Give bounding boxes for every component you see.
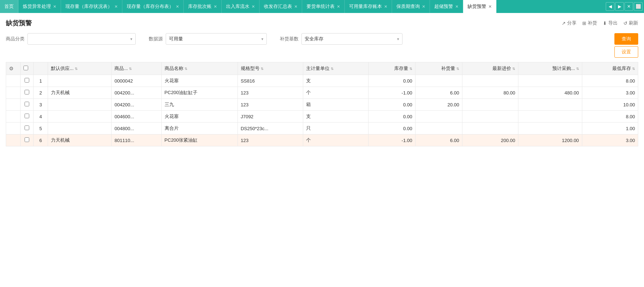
cell-checkbox[interactable]: [21, 134, 34, 146]
cell-stock: -1.00: [368, 87, 415, 99]
tab-stock-dist[interactable]: 现存量（库存分布表） ✕: [122, 0, 184, 13]
refresh-button[interactable]: ↺ 刷新: [623, 20, 638, 26]
tab-order-stat[interactable]: 要货单统计表 ✕: [302, 0, 345, 13]
row-checkbox[interactable]: [25, 78, 29, 83]
row-checkbox[interactable]: [25, 114, 29, 118]
close-icon[interactable]: ✕: [488, 4, 492, 9]
sort-icon: ⇅: [331, 67, 334, 71]
th-latest-price[interactable]: 最新进价 ⇅: [462, 62, 518, 75]
th-settings[interactable]: ⚙: [6, 62, 21, 75]
close-icon[interactable]: ✕: [337, 4, 340, 9]
cell-min-stock: 1.00: [582, 123, 638, 134]
tab-overstock[interactable]: 超储预警 ✕: [430, 0, 463, 13]
query-button[interactable]: 查询: [614, 33, 638, 45]
cell-stock: -1.00: [368, 134, 415, 146]
close-icon[interactable]: ✕: [455, 4, 458, 9]
tab-flow[interactable]: 出入库流水 ✕: [222, 0, 260, 13]
tab-shortage[interactable]: 缺货预警 ✕: [463, 0, 496, 13]
th-supplier[interactable]: 默认供应... ⇅: [48, 62, 112, 75]
close-icon[interactable]: ✕: [422, 4, 425, 9]
refresh-icon: ↺: [623, 21, 627, 26]
sort-code[interactable]: 商品... ⇅: [114, 65, 132, 72]
sort-replenish[interactable]: 补货量 ⇅: [441, 65, 459, 72]
cell-settings: [6, 75, 21, 87]
cell-unit: 个: [303, 87, 369, 99]
tab-batch[interactable]: 库存批次账 ✕: [184, 0, 222, 13]
replenish-button[interactable]: ⊞ 补货: [582, 20, 597, 26]
cell-unit: 个: [303, 134, 369, 146]
cell-checkbox[interactable]: [21, 111, 34, 123]
sort-planned-purchase[interactable]: 预计采购... ⇅: [552, 65, 579, 72]
sort-unit[interactable]: 主计量单位 ⇅: [306, 65, 334, 72]
sort-latest-price[interactable]: 最新进价 ⇅: [492, 65, 515, 72]
tab-close-button[interactable]: ✕: [625, 2, 633, 11]
sort-spec[interactable]: 规格型号 ⇅: [241, 65, 264, 72]
th-checkbox[interactable]: [21, 62, 34, 75]
row-checkbox[interactable]: [25, 102, 29, 106]
tab-receive[interactable]: 收发存汇总表 ✕: [260, 0, 302, 13]
sort-name[interactable]: 商品名称 ⇅: [165, 65, 187, 72]
th-code[interactable]: 商品... ⇅: [112, 62, 161, 75]
close-icon[interactable]: ✕: [294, 4, 297, 9]
category-select[interactable]: ▾: [27, 33, 136, 45]
close-icon[interactable]: ✕: [384, 4, 387, 9]
th-unit[interactable]: 主计量单位 ⇅: [303, 62, 369, 75]
datasource-filter: 数据源 可用量 ▾: [149, 33, 267, 45]
row-checkbox[interactable]: [25, 125, 29, 130]
close-icon[interactable]: ✕: [53, 4, 56, 9]
cell-settings: [6, 87, 21, 99]
tab-expiry[interactable]: 保质期查询 ✕: [392, 0, 430, 13]
cell-planned-purchase: [518, 75, 582, 87]
th-stock[interactable]: 库存量 ⇅: [368, 62, 415, 75]
cell-checkbox[interactable]: [21, 123, 34, 134]
cell-latest-price: [462, 75, 518, 87]
cell-planned-purchase: [518, 123, 582, 134]
export-button[interactable]: ⬇ 导出: [603, 20, 618, 26]
tab-abnormal[interactable]: 炼货异常处理 ✕: [18, 0, 61, 13]
cell-checkbox[interactable]: [21, 99, 34, 111]
settings-icon[interactable]: ⚙: [9, 66, 14, 71]
row-checkbox[interactable]: [25, 90, 29, 94]
cell-spec: 123: [238, 99, 303, 111]
cell-stock: 0.00: [368, 123, 415, 134]
cell-name: 火花塞: [161, 75, 238, 87]
cell-spec: J7092: [238, 111, 303, 123]
tab-available[interactable]: 可用量库存账本 ✕: [345, 0, 392, 13]
tab-prev-button[interactable]: ◀: [606, 2, 614, 11]
replenish-basis-select[interactable]: 安全库存 ▾: [301, 33, 402, 45]
cell-min-stock: 3.00: [582, 87, 638, 99]
cell-num: 5: [34, 123, 48, 134]
share-button[interactable]: ↗ 分享: [562, 20, 576, 26]
cell-min-stock: 8.00: [582, 75, 638, 87]
sort-stock[interactable]: 库存量 ⇅: [394, 65, 412, 72]
tab-home[interactable]: 首页: [0, 0, 18, 13]
select-all-checkbox[interactable]: [23, 66, 28, 70]
page-content: 缺货预警 ↗ 分享 ⊞ 补货 ⬇ 导出 ↺ 刷新 商品分类: [0, 13, 644, 287]
cell-checkbox[interactable]: [21, 87, 34, 99]
row-checkbox[interactable]: [25, 137, 29, 142]
tab-maximize-button[interactable]: ⬜: [634, 2, 643, 11]
cell-stock: 0.00: [368, 75, 415, 87]
header-actions: ↗ 分享 ⊞ 补货 ⬇ 导出 ↺ 刷新: [562, 20, 638, 26]
filter-buttons: 查询 设置: [614, 33, 638, 58]
close-icon[interactable]: ✕: [214, 4, 217, 9]
datasource-select[interactable]: 可用量 ▾: [166, 33, 267, 45]
cell-code: 004200...: [112, 87, 161, 99]
sort-min-stock[interactable]: 最低库存 ⇅: [612, 65, 635, 72]
tab-next-button[interactable]: ▶: [615, 2, 624, 11]
th-replenish[interactable]: 补货量 ⇅: [415, 62, 462, 75]
close-icon[interactable]: ✕: [114, 4, 118, 9]
cell-checkbox[interactable]: [21, 75, 34, 87]
tab-stock-status[interactable]: 现存量（库存状况表） ✕: [61, 0, 122, 13]
th-spec[interactable]: 规格型号 ⇅: [238, 62, 303, 75]
close-icon[interactable]: ✕: [176, 4, 179, 9]
th-name[interactable]: 商品名称 ⇅: [161, 62, 238, 75]
sort-icon: ⇅: [75, 67, 78, 71]
settings-button[interactable]: 设置: [614, 46, 638, 58]
th-planned-purchase[interactable]: 预计采购... ⇅: [518, 62, 582, 75]
replenish-basis-label: 补货基数: [280, 36, 299, 42]
close-icon[interactable]: ✕: [252, 4, 255, 9]
sort-icon: ⇅: [184, 67, 187, 71]
sort-supplier[interactable]: 默认供应... ⇅: [51, 65, 78, 72]
th-min-stock[interactable]: 最低库存 ⇅: [582, 62, 638, 75]
